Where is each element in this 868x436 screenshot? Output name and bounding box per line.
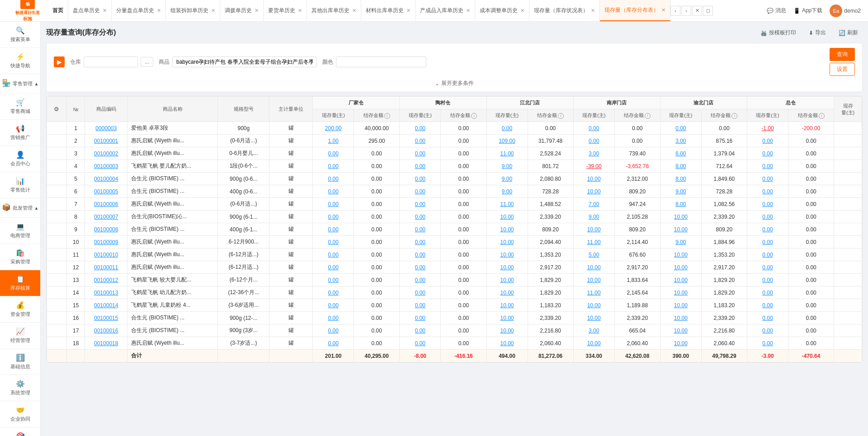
td-changf-qty-5[interactable]: 0.00 [313, 185, 354, 198]
color-input[interactable] [336, 56, 426, 67]
settings-btn[interactable]: 设置 [830, 63, 855, 76]
sidebar-item-newguide[interactable]: 🎯 新手引导 [0, 427, 40, 436]
sidebar-item-finance[interactable]: 💰 资金管理 [0, 296, 40, 323]
td-yu-qty-13[interactable]: 10.00 [660, 286, 701, 299]
td-code-1[interactable]: 00100001 [85, 135, 127, 147]
messages-btn[interactable]: 💬 消息 [767, 7, 786, 14]
td-jiang-qty-15[interactable]: 10.00 [486, 312, 528, 324]
td-code-14[interactable]: 00100014 [85, 299, 127, 312]
td-code-9[interactable]: 00100009 [85, 236, 127, 248]
tab-allocate[interactable]: 调拨单历史✕ [220, 0, 264, 21]
td-yu-qty-12[interactable]: 10.00 [660, 274, 701, 286]
tab-next-btn[interactable]: › [681, 6, 691, 16]
td-yu-qty-3[interactable]: 8.00 [660, 160, 701, 173]
info-icon-4[interactable]: i [645, 113, 651, 119]
td-tao-qty-0[interactable]: 0.00 [400, 122, 441, 135]
tab-otherout[interactable]: 其他出库单历史✕ [307, 0, 361, 21]
td-jiang-qty-17[interactable]: 10.00 [486, 337, 528, 350]
tab-close-assembly[interactable]: ✕ [211, 8, 215, 14]
td-tao-qty-3[interactable]: 0.00 [400, 160, 441, 173]
td-tao-qty-13[interactable]: 0.00 [400, 286, 441, 299]
td-tot-qty-3[interactable]: 0.00 [747, 160, 788, 173]
td-tao-qty-7[interactable]: 0.00 [400, 211, 441, 223]
td-nan-qty-7[interactable]: 9.00 [573, 211, 614, 223]
tab-stocklist[interactable]: 盘点单历史✕ [68, 0, 112, 21]
td-nan-qty-5[interactable]: 10.00 [573, 185, 614, 198]
td-yu-qty-7[interactable]: 10.00 [660, 211, 701, 223]
td-nan-qty-6[interactable]: 7.00 [573, 198, 614, 211]
tab-close-productin[interactable]: ✕ [466, 8, 470, 14]
td-tot-qty-5[interactable]: 0.00 [747, 185, 788, 198]
td-tao-qty-6[interactable]: 0.00 [400, 198, 441, 211]
td-tot-qty-2[interactable]: 0.00 [747, 147, 788, 160]
td-tot-qty-8[interactable]: 0.00 [747, 223, 788, 236]
td-code-2[interactable]: 00100002 [85, 147, 127, 160]
td-tao-qty-5[interactable]: 0.00 [400, 185, 441, 198]
tab-assembly[interactable]: 组装拆卸单历史✕ [166, 0, 220, 21]
sidebar-item-system[interactable]: ⚙️ 系统管理 [0, 375, 40, 401]
td-code-3[interactable]: 00100003 [85, 160, 127, 173]
tab-purchase[interactable]: 要货单历史✕ [264, 0, 307, 21]
sidebar-item-enterprise[interactable]: 🤝 企业协同 [0, 401, 40, 427]
td-code-6[interactable]: 00100006 [85, 198, 127, 211]
td-yu-qty-6[interactable]: 8.00 [660, 198, 701, 211]
td-yu-qty-0[interactable]: 0.00 [660, 122, 701, 135]
td-changf-qty-11[interactable]: 0.00 [313, 261, 354, 274]
td-tao-qty-2[interactable]: 0.00 [400, 147, 441, 160]
td-changf-qty-7[interactable]: 0.00 [313, 211, 354, 223]
sidebar-item-quicknav[interactable]: ⚡ 快捷导航 [0, 48, 40, 74]
td-tot-qty-15[interactable]: 0.00 [747, 312, 788, 324]
td-tot-qty-14[interactable]: 0.00 [747, 299, 788, 312]
td-code-10[interactable]: 00100010 [85, 248, 127, 261]
tab-close-allocate[interactable]: ✕ [255, 8, 259, 14]
tab-stockqty[interactable]: 现存量（库存状况表）✕ [529, 0, 600, 21]
goods-input[interactable] [172, 56, 317, 67]
td-changf-qty-1[interactable]: 1.00 [313, 135, 354, 147]
td-tao-qty-9[interactable]: 0.00 [400, 236, 441, 248]
sidebar-item-search[interactable]: 🔍 搜索英单 [0, 22, 40, 48]
td-yu-qty-1[interactable]: 3.00 [660, 135, 701, 147]
sidebar-item-wholesale[interactable]: 📦 批发管理 ▲ [0, 198, 40, 218]
td-code-16[interactable]: 00100016 [85, 324, 127, 337]
td-yu-qty-10[interactable]: 10.00 [660, 248, 701, 261]
td-yu-qty-17[interactable]: 10.00 [660, 337, 701, 350]
td-nan-qty-13[interactable]: 11.00 [573, 286, 614, 299]
td-nan-qty-0[interactable]: 0.00 [573, 122, 614, 135]
td-tot-qty-16[interactable]: 0.00 [747, 324, 788, 337]
tab-splitstock[interactable]: 分量盘点单历史✕ [112, 0, 166, 21]
td-changf-qty-14[interactable]: 0.00 [313, 299, 354, 312]
user-avatar-area[interactable]: Ea demo2 [830, 5, 861, 17]
td-code-8[interactable]: 00100008 [85, 223, 127, 236]
td-tot-qty-7[interactable]: 0.00 [747, 211, 788, 223]
td-changf-qty-17[interactable]: 0.00 [313, 337, 354, 350]
td-changf-qty-8[interactable]: 0.00 [313, 223, 354, 236]
warehouse-ellipsis-btn[interactable]: ... [141, 57, 153, 67]
td-code-4[interactable]: 00100004 [85, 173, 127, 185]
td-changf-qty-9[interactable]: 0.00 [313, 236, 354, 248]
sidebar-item-inventory[interactable]: 📋 库存核算 [0, 270, 40, 296]
td-tao-qty-17[interactable]: 0.00 [400, 337, 441, 350]
sidebar-item-ecommerce[interactable]: 💻 电商管理 [0, 218, 40, 244]
sidebar-item-retail[interactable]: 🏪 零售管理 ▲ [0, 74, 40, 94]
td-changf-qty-6[interactable]: 0.00 [313, 198, 354, 211]
td-jiang-qty-9[interactable]: 10.00 [486, 236, 528, 248]
td-nan-qty-3[interactable]: -39.00 [573, 160, 614, 173]
td-tao-qty-10[interactable]: 0.00 [400, 248, 441, 261]
td-jiang-qty-0[interactable]: 0.00 [486, 122, 528, 135]
td-nan-qty-16[interactable]: 3.00 [573, 324, 614, 337]
tab-materialout[interactable]: 材料出库单历史✕ [361, 0, 415, 21]
td-changf-qty-3[interactable]: 0.00 [313, 160, 354, 173]
tab-stockdist[interactable]: 现存量（库存分布表）✕ [600, 0, 670, 21]
td-code-13[interactable]: 00100013 [85, 286, 127, 299]
td-tot-qty-10[interactable]: 0.00 [747, 248, 788, 261]
td-yu-qty-14[interactable]: 10.00 [660, 299, 701, 312]
td-yu-qty-5[interactable]: 9.00 [660, 185, 701, 198]
td-jiang-qty-16[interactable]: 10.00 [486, 324, 528, 337]
td-nan-qty-2[interactable]: 3.00 [573, 147, 614, 160]
td-jiang-qty-7[interactable]: 10.00 [486, 211, 528, 223]
td-nan-qty-10[interactable]: 5.00 [573, 248, 614, 261]
td-nan-qty-14[interactable]: 10.00 [573, 299, 614, 312]
expand-more-btn[interactable]: ⌄ 展开更多条件 [54, 80, 855, 87]
td-jiang-qty-2[interactable]: 11.00 [486, 147, 528, 160]
sidebar-item-purchase2[interactable]: 🛍️ 采购管理 [0, 244, 40, 270]
